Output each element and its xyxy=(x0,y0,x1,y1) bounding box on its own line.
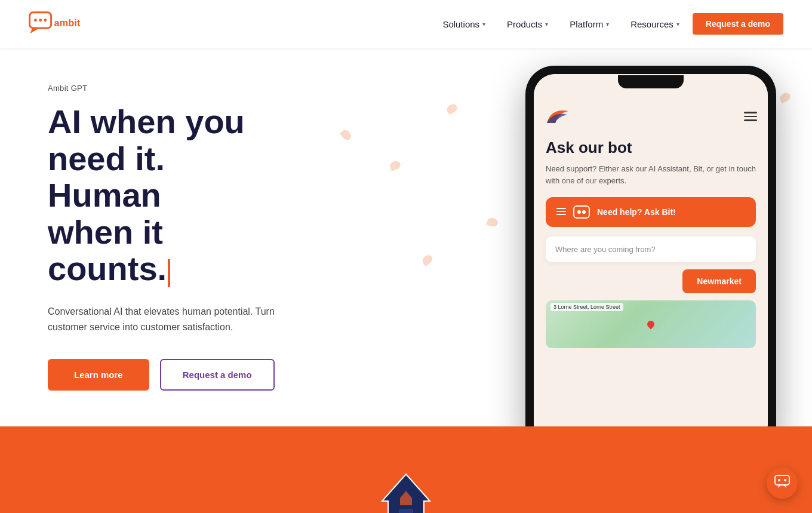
hero-section: Ambit GPT AI when you need it. Human whe… xyxy=(0,48,812,426)
nav-cta-label: Request a demo xyxy=(706,19,770,29)
nav-item-solutions[interactable]: Solutions ▾ xyxy=(434,14,494,34)
decor-dot xyxy=(778,91,791,103)
hero-title: AI when you need it. Human when it count… xyxy=(48,103,287,287)
decor-dot xyxy=(486,217,499,228)
hero-description: Conversational AI that elevates human po… xyxy=(48,304,287,334)
phone-map-label: 3 Lorne Street, Lorne Street xyxy=(550,303,623,311)
phone-chat-input: Where are you coming from? xyxy=(546,236,756,262)
chevron-down-icon: ▾ xyxy=(606,21,609,27)
phone-screen: Ask our bot Need support? Either ask our… xyxy=(534,74,768,426)
hero-tag: Ambit GPT xyxy=(48,84,287,93)
nav-links: Solutions ▾ Products ▾ Platform ▾ Resour… xyxy=(434,13,783,35)
hero-title-line3: when it counts. xyxy=(48,213,167,288)
logo[interactable]: ambit xyxy=(29,8,82,39)
hero-title-line2: need it. Human xyxy=(48,140,165,214)
svg-text:ambit: ambit xyxy=(54,17,81,28)
chevron-down-icon: ▾ xyxy=(482,21,485,27)
phone-mockup: Ask our bot Need support? Either ask our… xyxy=(525,66,776,426)
nav-label-platform: Platform xyxy=(570,19,603,29)
chat-bar-label: Need help? Ask Bit! xyxy=(597,207,676,217)
nav-cta-item[interactable]: Request a demo xyxy=(693,13,783,35)
nav-link-resources[interactable]: Resources ▾ xyxy=(622,14,688,34)
phone-app-logo xyxy=(545,107,571,125)
phone-chat-area: Ask our bot Need support? Either ask our… xyxy=(534,133,768,348)
hero-buttons: Learn more Request a demo xyxy=(48,359,287,391)
decor-dot xyxy=(389,159,402,171)
chat-bar-hamburger-icon xyxy=(556,208,566,217)
house-icon xyxy=(376,468,436,513)
nav-link-platform[interactable]: Platform ▾ xyxy=(561,14,617,34)
svg-rect-5 xyxy=(775,475,789,485)
chat-widget-button[interactable] xyxy=(767,468,798,499)
nav-label-solutions: Solutions xyxy=(442,19,479,29)
decor-dot xyxy=(340,128,353,142)
svg-point-3 xyxy=(39,19,42,21)
decor-dot xyxy=(445,102,459,115)
phone-chat-subtitle: Need support? Either ask our AI Assistan… xyxy=(546,163,756,186)
nav-item-products[interactable]: Products ▾ xyxy=(499,14,556,34)
nav-item-platform[interactable]: Platform ▾ xyxy=(561,14,617,34)
phone-chat-title: Ask our bot xyxy=(546,139,756,157)
orange-section xyxy=(0,426,812,513)
phone-map: 3 Lorne Street, Lorne Street xyxy=(546,300,756,348)
chat-bot-icon xyxy=(573,205,590,219)
phone-chat-bar: Need help? Ask Bit! xyxy=(546,197,756,227)
phone-answer-button: Newmarket xyxy=(682,269,756,293)
text-cursor xyxy=(168,259,170,288)
request-demo-button[interactable]: Request a demo xyxy=(160,359,275,391)
nav-link-solutions[interactable]: Solutions ▾ xyxy=(434,14,494,34)
decor-dot xyxy=(421,254,435,267)
nav-cta-button[interactable]: Request a demo xyxy=(693,13,783,35)
ambit-logo-svg: ambit xyxy=(29,8,82,39)
phone-frame: Ask our bot Need support? Either ask our… xyxy=(525,66,776,426)
svg-point-2 xyxy=(34,19,37,21)
phone-hamburger-icon xyxy=(744,112,757,121)
phone-notch xyxy=(618,75,684,88)
nav-label-products: Products xyxy=(507,19,542,29)
chevron-down-icon: ▾ xyxy=(676,21,679,27)
learn-more-button[interactable]: Learn more xyxy=(48,359,149,391)
navbar: ambit Solutions ▾ Products ▾ Platform ▾ xyxy=(0,0,812,48)
svg-point-7 xyxy=(784,479,786,481)
hero-title-line1: AI when you xyxy=(48,103,245,140)
chat-widget-icon xyxy=(774,475,790,492)
svg-point-6 xyxy=(778,479,780,481)
nav-label-resources: Resources xyxy=(630,19,673,29)
nav-item-resources[interactable]: Resources ▾ xyxy=(622,14,688,34)
nav-link-products[interactable]: Products ▾ xyxy=(499,14,556,34)
svg-point-4 xyxy=(44,19,47,21)
hero-content: Ambit GPT AI when you need it. Human whe… xyxy=(0,48,287,426)
chevron-down-icon: ▾ xyxy=(545,21,548,27)
